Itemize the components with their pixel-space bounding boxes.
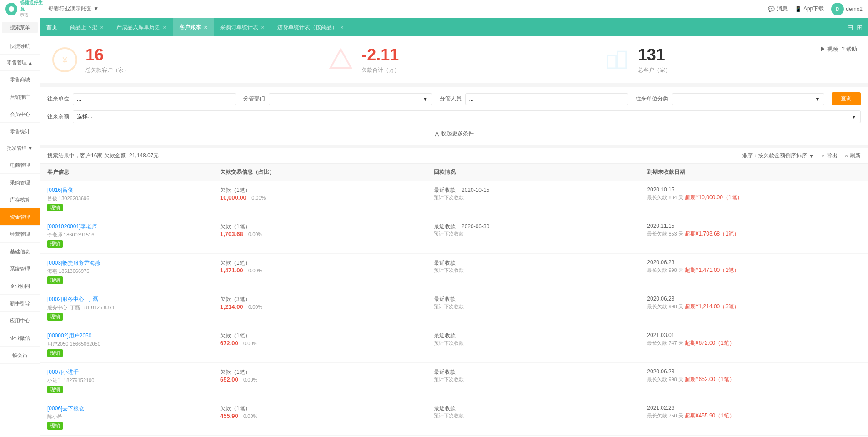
- customer-tag-3: 现销: [47, 313, 63, 321]
- stat-card-debt-customers: ¥ 16 总欠款客户（家）: [40, 36, 316, 83]
- sidebar-item-basic-info[interactable]: 基础信息: [0, 243, 40, 260]
- minimize-icon[interactable]: ⊟: [847, 23, 853, 32]
- sidebar-item-guide[interactable]: 新手引导: [0, 295, 40, 312]
- overdue-link-6[interactable]: 超期¥455.90（1笔）: [685, 412, 735, 419]
- sidebar-item-ecommerce[interactable]: 电商管理: [0, 156, 40, 174]
- svg-rect-6: [617, 51, 626, 68]
- due-cell-5: 2020.06.23 最长欠款 998 天 超期¥652.00（1笔）: [647, 368, 861, 383]
- customer-tag-5: 现销: [47, 386, 63, 393]
- overdue-link-0[interactable]: 超期¥10,000.00（1笔）: [685, 194, 743, 201]
- sidebar-item-inventory[interactable]: 库存核算: [0, 191, 40, 208]
- export-btn[interactable]: ○ 导出: [822, 152, 838, 160]
- overdue-days-5: 最长欠款 998 天 超期¥652.00（1笔）: [647, 376, 861, 383]
- sidebar-item-app-center[interactable]: 应用中心: [0, 312, 40, 329]
- tab-customer-account[interactable]: 客户账本 ✕: [173, 18, 214, 36]
- tab-home[interactable]: 首页: [40, 18, 64, 36]
- sidebar-item-enterprise[interactable]: 企业协同: [0, 277, 40, 295]
- last-collect-2: 最近收款: [434, 259, 647, 267]
- person-input[interactable]: ...: [465, 93, 628, 105]
- customer-name-4[interactable]: [000002]用户2050: [47, 332, 220, 340]
- customer-name-3[interactable]: [0002]服务中心_丁磊: [47, 296, 220, 303]
- tab-purchase-stats[interactable]: 采购订单统计表 ✕: [214, 18, 271, 36]
- due-cell-2: 2020.06.23 最长欠款 998 天 超期¥1,471.00（1笔）: [647, 259, 861, 274]
- sidebar-item-finance[interactable]: 资金管理: [0, 208, 40, 226]
- tab-production-history[interactable]: 产成品入库单历史 ✕: [110, 18, 173, 36]
- collapse-filter-btn[interactable]: ⋀ 收起更多条件: [47, 128, 861, 139]
- sidebar-item-wholesale[interactable]: 批发管理 ▼: [0, 140, 40, 156]
- dept-label: 分管部门: [243, 95, 265, 103]
- overdue-link-1[interactable]: 超期¥1,703.68（1笔）: [685, 231, 739, 237]
- sidebar-item-wechat[interactable]: 企业微信: [0, 329, 40, 347]
- debt-customers-value: 16: [85, 45, 129, 65]
- tab-close-icon[interactable]: ✕: [340, 25, 344, 30]
- tab-close-icon[interactable]: ✕: [261, 25, 265, 30]
- overdue-link-2[interactable]: 超期¥1,471.00（1笔）: [685, 267, 739, 273]
- customer-name-5[interactable]: [0007]小进千: [47, 368, 220, 376]
- store-selector[interactable]: 母婴行业演示账套 ▼: [45, 5, 101, 13]
- customer-contact-2: 海燕 18513066976: [47, 268, 220, 275]
- customer-name-1[interactable]: [0001020001]李老师: [47, 223, 220, 231]
- overdue-link-5[interactable]: 超期¥652.00（1笔）: [685, 376, 735, 382]
- result-bar: 搜索结果中，客户16家 欠款金额 -21,148.07元 排序：按欠款金额倒序排…: [40, 148, 868, 164]
- dept-dropdown-icon: ▼: [423, 96, 428, 102]
- filter-area: 往来单位 ... 分管部门 ▼: [40, 87, 868, 145]
- sidebar-item-member[interactable]: 会员中心: [0, 105, 40, 123]
- tab-close-icon[interactable]: ✕: [204, 25, 207, 30]
- message-btn[interactable]: 💬 消息: [768, 5, 788, 13]
- balance-select[interactable]: 选择... ▼: [73, 110, 861, 123]
- sidebar-item-member-plus[interactable]: 畅会员: [0, 347, 40, 364]
- overdue-days-2: 最长欠款 998 天 超期¥1,471.00（1笔）: [647, 266, 861, 274]
- customer-name-2[interactable]: [0003]畅捷服务尹海燕: [47, 259, 220, 267]
- view-video-btn[interactable]: ▶ 视频: [820, 45, 838, 53]
- help-btn[interactable]: ? 帮助: [842, 45, 857, 53]
- unit-category-select[interactable]: ▼: [672, 93, 824, 105]
- sort-selector[interactable]: 排序：按欠款金额倒序排序 ▼: [742, 152, 814, 160]
- refresh-btn[interactable]: ○ 刷新: [845, 152, 861, 160]
- dept-select[interactable]: ▼: [269, 93, 432, 105]
- customer-contact-6: 陈小希: [47, 413, 220, 420]
- source-unit-input[interactable]: ...: [73, 93, 236, 105]
- sidebar-item-quick-nav[interactable]: 快捷导航: [0, 37, 40, 55]
- expand-icon[interactable]: ⊞: [857, 23, 863, 32]
- app-download-btn[interactable]: 📱 App下载: [795, 5, 824, 13]
- user-area[interactable]: D demo2: [831, 3, 863, 15]
- top-bar: 畅捷通好生意 示范 母婴行业演示账套 ▼ 💬 消息 📱 App下载 D demo…: [0, 0, 868, 18]
- tab-close-icon[interactable]: ✕: [100, 25, 104, 30]
- debt-cell-1: 欠款（1笔） 1,703.68 0.00%: [220, 223, 434, 237]
- sidebar-search-area: 搜索菜单: [0, 18, 40, 37]
- tab-purchase-goods-stats[interactable]: 进货单统计表（按商品） ✕: [271, 18, 350, 36]
- overdue-link-4[interactable]: 超期¥672.00（1笔）: [685, 340, 735, 346]
- search-button[interactable]: 查询: [832, 92, 861, 105]
- table-row: [0002]服务中心_丁磊 服务中心_丁磊 181 0125 8371 现销 欠…: [40, 290, 868, 326]
- sidebar-item-marketing[interactable]: 营销推广: [0, 88, 40, 105]
- debt-cell-0: 欠款（1笔） 10,000.00 0.00%: [220, 186, 434, 201]
- tab-close-icon[interactable]: ✕: [163, 25, 166, 30]
- sidebar-item-retail-stats[interactable]: 零售统计: [0, 123, 40, 140]
- stat-card-total-customers: 131 总客户（家） ▶ 视频 ? 帮助: [592, 36, 868, 83]
- tab-product-listing[interactable]: 商品上下架 ✕: [64, 18, 110, 36]
- debt-amount-icon: !: [327, 46, 354, 74]
- debt-amount-0: 10,000.00: [220, 194, 246, 201]
- brand-name: 畅捷通好生意: [20, 0, 45, 12]
- store-dropdown-icon: ▼: [93, 5, 99, 12]
- filter-source-unit: 往来单位 ...: [47, 93, 236, 105]
- debt-count-3: 欠款（3笔）: [220, 296, 434, 303]
- search-menu-btn[interactable]: 搜索菜单: [2, 22, 38, 33]
- sidebar-item-operations[interactable]: 经营管理: [0, 226, 40, 243]
- store-name: 母婴行业演示账套: [48, 5, 92, 12]
- sidebar-item-retail-mall[interactable]: 零售商城: [0, 71, 40, 88]
- sidebar-item-retail-mgmt[interactable]: 零售管理 ▲: [0, 55, 40, 71]
- filter-row-2: 往来余额 选择... ▼: [47, 110, 861, 123]
- sidebar-item-system[interactable]: 系统管理: [0, 260, 40, 277]
- logo-area: 畅捷通好生意 示范: [5, 0, 45, 18]
- sidebar-item-purchase[interactable]: 采购管理: [0, 174, 40, 191]
- debt-percent-1: 0.00%: [248, 231, 262, 237]
- debt-percent-0: 0.00%: [251, 195, 266, 201]
- customer-name-6[interactable]: [0006]去下粮仓: [47, 405, 220, 412]
- overdue-link-3[interactable]: 超期¥1,214.00（3笔）: [685, 303, 739, 310]
- customer-contact-4: 用户2050 18665062050: [47, 341, 220, 347]
- tab-label: 商品上下架: [70, 24, 97, 31]
- customer-name-0[interactable]: [0016]吕俊: [47, 186, 220, 194]
- svg-point-0: [9, 6, 14, 12]
- customer-contact-3: 服务中心_丁磊 181 0125 8371: [47, 304, 220, 311]
